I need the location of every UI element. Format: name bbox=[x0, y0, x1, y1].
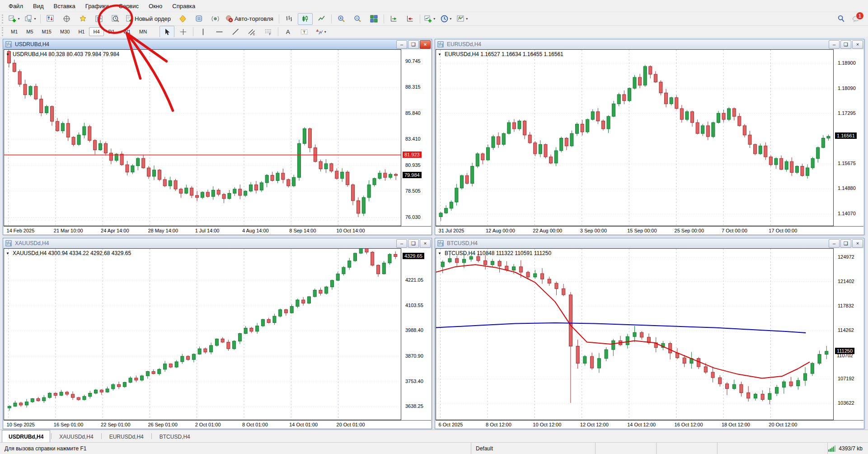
tab-BTCUSDH4[interactable]: BTCUSD,H4 bbox=[153, 430, 197, 442]
menu-Сервис[interactable]: Сервис bbox=[114, 1, 144, 11]
close-button[interactable]: × bbox=[852, 40, 863, 49]
menu-Вставка[interactable]: Вставка bbox=[49, 1, 80, 11]
close-button[interactable]: × bbox=[852, 239, 863, 248]
equidistant-channel-button[interactable]: E bbox=[244, 26, 259, 38]
metaeditor-button[interactable] bbox=[175, 13, 190, 25]
tab-USDRUBdH4[interactable]: USDRUBd,H4 bbox=[2, 430, 50, 442]
timeframe-h4-button[interactable]: H4 bbox=[89, 27, 103, 36]
close-button[interactable]: × bbox=[420, 239, 431, 248]
restore-button[interactable]: ❏ bbox=[840, 239, 851, 248]
periods-button[interactable]: ▾ bbox=[439, 13, 454, 25]
data-window-button[interactable] bbox=[59, 13, 74, 25]
cursor-button[interactable] bbox=[160, 26, 174, 38]
text-button[interactable]: A bbox=[281, 26, 296, 38]
menu-Справка[interactable]: Справка bbox=[167, 1, 200, 11]
collapse-triangle-icon[interactable]: ▼ bbox=[438, 251, 441, 255]
toolbar-grip[interactable] bbox=[2, 14, 5, 24]
price-chart-BTCUSD[interactable] bbox=[436, 248, 863, 428]
auto-scroll-button[interactable] bbox=[386, 13, 401, 25]
menu-Файл[interactable]: Файл bbox=[4, 1, 28, 11]
minimize-button[interactable]: – bbox=[396, 40, 407, 49]
chart-window-BTCUSD[interactable]: BTCUSD,H4–❏×1249721214021178321142621071… bbox=[435, 238, 864, 429]
chevron-down-icon[interactable]: ▾ bbox=[18, 17, 19, 21]
menu-Графики[interactable]: Графики bbox=[80, 1, 114, 11]
search-button[interactable] bbox=[837, 15, 845, 23]
time-tick: 20 Oct 12:00 bbox=[769, 422, 797, 427]
collapse-triangle-icon[interactable]: ▼ bbox=[6, 251, 9, 255]
cursor-icon bbox=[163, 28, 171, 36]
price-chart-XAUUSDd[interactable] bbox=[4, 248, 431, 428]
collapse-triangle-icon[interactable]: ▼ bbox=[438, 52, 441, 57]
indicators-button[interactable]: ▾ bbox=[422, 13, 437, 25]
chevron-down-icon[interactable]: ▾ bbox=[450, 17, 451, 21]
timeframe-h1-button[interactable]: H1 bbox=[74, 27, 89, 36]
indicator-plus-icon bbox=[424, 15, 432, 23]
metaeditor-icon bbox=[179, 15, 187, 23]
chart-titlebar-EURUSDd[interactable]: EURUSDd,H4–❏× bbox=[435, 39, 864, 49]
chart-window-USDRUBd[interactable]: USDRUBd,H4–❏×90.74588.31585.84083.41080.… bbox=[3, 39, 432, 235]
toolbar-grip[interactable] bbox=[2, 27, 5, 36]
zoom-out-button[interactable] bbox=[350, 13, 365, 25]
timeframe-d1-button[interactable]: D1 bbox=[104, 27, 119, 36]
fibonacci-button[interactable]: F bbox=[261, 26, 276, 38]
minimize-button[interactable]: – bbox=[829, 40, 840, 49]
shift-icon bbox=[406, 15, 414, 23]
timeframe-m30-button[interactable]: M30 bbox=[56, 27, 74, 36]
line-chart-mode-button[interactable] bbox=[314, 13, 329, 25]
chevron-down-icon[interactable]: ▾ bbox=[466, 17, 468, 21]
templates-button[interactable]: ▾ bbox=[455, 13, 470, 25]
timeframe-m15-button[interactable]: M15 bbox=[38, 27, 56, 36]
tab-XAUUSDdH4[interactable]: XAUUSDd,H4 bbox=[52, 430, 100, 442]
chart-titlebar-XAUUSDd[interactable]: XAUUSDd,H4–❏× bbox=[3, 238, 432, 248]
profiles-button[interactable]: ▾ bbox=[23, 13, 38, 25]
metaquotes-services-button[interactable] bbox=[192, 13, 206, 25]
timeframe-m5-button[interactable]: M5 bbox=[22, 27, 37, 36]
crosshair-button[interactable] bbox=[176, 26, 191, 38]
chevron-down-icon[interactable]: ▾ bbox=[34, 17, 36, 21]
status-profile[interactable]: Default bbox=[471, 443, 534, 454]
auto-trading-button[interactable]: Авто-торговля bbox=[224, 13, 277, 25]
vertical-line-button[interactable] bbox=[196, 26, 211, 38]
chart-titlebar-USDRUBd[interactable]: USDRUBd,H4–❏× bbox=[3, 39, 432, 49]
horizontal-line-button[interactable] bbox=[212, 26, 227, 38]
restore-button[interactable]: ❏ bbox=[840, 40, 851, 49]
strategy-tester-button[interactable] bbox=[108, 13, 123, 25]
price-chart-EURUSDd[interactable] bbox=[436, 49, 863, 234]
timeframe-m1-button[interactable]: M1 bbox=[7, 27, 22, 36]
minimize-button[interactable]: – bbox=[396, 239, 407, 248]
minimize-button[interactable]: – bbox=[829, 239, 840, 248]
zoom-in-button[interactable] bbox=[334, 13, 349, 25]
arrows-button[interactable]: ▾ bbox=[313, 26, 328, 38]
chart-window-XAUUSDd[interactable]: XAUUSDd,H4–❏×4221.054103.553988.403870.9… bbox=[3, 238, 432, 429]
new-order-button[interactable]: Новый ордер bbox=[124, 13, 174, 25]
close-button[interactable]: × bbox=[420, 40, 431, 49]
chevron-down-icon[interactable]: ▾ bbox=[324, 30, 326, 34]
chart-titlebar-BTCUSD[interactable]: BTCUSD,H4–❏× bbox=[435, 238, 864, 248]
timeframe-mn-button[interactable]: MN bbox=[135, 27, 151, 36]
market-watch-button[interactable] bbox=[43, 13, 58, 25]
text-label-button[interactable]: T bbox=[297, 26, 312, 38]
chart-shift-button[interactable] bbox=[403, 13, 418, 25]
collapse-triangle-icon[interactable]: ▼ bbox=[6, 52, 9, 57]
ohlc-values: BTCUSD,H4 110848 111322 110591 111250 bbox=[445, 250, 551, 256]
navigator-button[interactable] bbox=[75, 13, 90, 25]
candle-chart-mode-button[interactable] bbox=[298, 13, 313, 25]
bar-chart-mode-button[interactable] bbox=[282, 13, 296, 25]
current-price-label: 111250 bbox=[835, 348, 854, 354]
restore-button[interactable]: ❏ bbox=[408, 40, 419, 49]
chart-window-EURUSDd[interactable]: EURUSDd,H4–❏×1.189001.180901.172951.1567… bbox=[435, 39, 864, 235]
menu-Вид[interactable]: Вид bbox=[28, 1, 49, 11]
terminal-button[interactable] bbox=[92, 13, 107, 25]
restore-button[interactable]: ❏ bbox=[408, 239, 419, 248]
price-chart-USDRUBd[interactable] bbox=[4, 49, 431, 234]
menu-Окно[interactable]: Окно bbox=[144, 1, 167, 11]
tile-windows-button[interactable] bbox=[366, 13, 381, 25]
trendline-button[interactable] bbox=[228, 26, 243, 38]
tab-EURUSDdH4[interactable]: EURUSDd,H4 bbox=[103, 430, 150, 442]
chart-title: XAUUSDd,H4 bbox=[15, 240, 49, 246]
new-chart-button[interactable]: ▾ bbox=[7, 13, 22, 25]
notifications-button[interactable]: 1 bbox=[852, 15, 860, 23]
timeframe-w1-button[interactable]: W1 bbox=[119, 27, 135, 36]
chevron-down-icon[interactable]: ▾ bbox=[433, 17, 435, 21]
alerts-button[interactable] bbox=[208, 13, 223, 25]
